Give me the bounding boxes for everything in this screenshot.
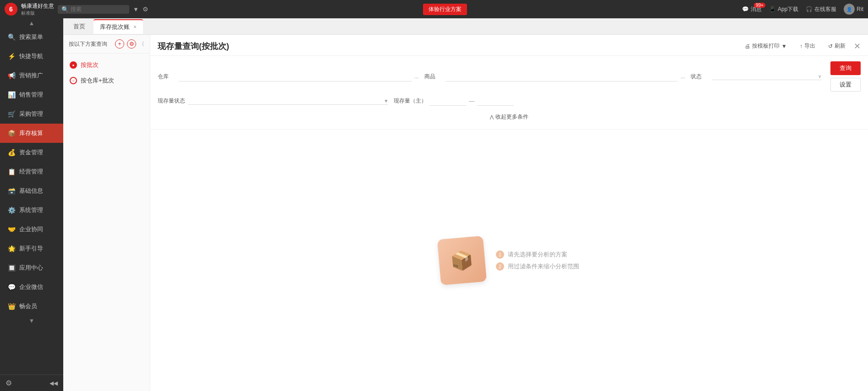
sidebar-scroll-down[interactable]: ▼: [0, 316, 63, 325]
avatar: 👤: [844, 4, 855, 15]
system-icon: ⚙️: [7, 206, 16, 214]
content-area: 首页库存批次账× 按以下方案查询 + ⚙ 《 ● 按批次: [63, 18, 868, 391]
sidebar-collapse-btn[interactable]: ◀◀: [49, 380, 58, 386]
topbar-dropdown-icon[interactable]: ▼: [133, 6, 139, 13]
print-btn[interactable]: 🖨 按模板打印 ▼: [740, 40, 791, 52]
sidebar-item-label: 系统管理: [19, 206, 43, 214]
panel-gear-btn[interactable]: ⚙: [127, 39, 136, 49]
messages-badge: 99+: [754, 3, 765, 8]
sidebar: ▲ 🔍 搜索菜单 ⚡ 快捷导航 📢 营销推广 📊 销售管理 🛒 采购管理 📦 库…: [0, 18, 63, 391]
topbar: 6 畅康通好生意 标准版 🔍 ▼ ⚙ 体验行业方案 💬 消息 99+ 📱 App…: [0, 0, 868, 18]
warehouse-label: 仓库: [158, 73, 176, 81]
sidebar-item-label: 快捷导航: [19, 52, 43, 60]
inventory-status-dropdown[interactable]: ▼: [188, 98, 388, 105]
page-header-actions: 🖨 按模板打印 ▼ ↑ 导出 ↺ 刷新 ✕: [740, 40, 861, 52]
collapse-up-icon: ⋀: [490, 114, 494, 119]
sidebar-item-label: 资金管理: [19, 148, 43, 157]
sidebar-item-sales[interactable]: 📊 销售管理: [0, 85, 63, 104]
sidebar-item-basics[interactable]: 🗃️ 基础信息: [0, 181, 63, 201]
topbar-search-input[interactable]: [71, 6, 126, 12]
status-dropdown[interactable]: ∨: [712, 73, 821, 80]
sidebar-settings-icon[interactable]: ⚙: [5, 379, 12, 387]
print-dropdown-icon: ▼: [781, 43, 787, 49]
wechat-icon: 💬: [7, 283, 16, 291]
filter-settings-btn[interactable]: 设置: [830, 78, 861, 92]
member-icon: 👑: [7, 302, 16, 310]
topbar-search-box[interactable]: 🔍: [58, 5, 129, 14]
sidebar-item-label: 畅会员: [19, 302, 37, 310]
tip-item-2: 2 用过滤条件来缩小分析范围: [496, 262, 579, 271]
close-right-panel-btn[interactable]: ✕: [854, 42, 861, 50]
warehouse-batch-icon: ○: [70, 77, 77, 84]
sidebar-item-operations[interactable]: 📋 经营管理: [0, 162, 63, 181]
basics-icon: 🗃️: [7, 187, 16, 195]
tab-label-home: 首页: [73, 22, 85, 31]
tab-batch-inventory[interactable]: 库存批次账×: [93, 19, 143, 34]
sidebar-scroll-up[interactable]: ▲: [0, 18, 63, 27]
quantity-to-input[interactable]: [477, 96, 514, 106]
sidebar-item-purchase[interactable]: 🛒 采购管理: [0, 104, 63, 124]
tab-label-batch-inventory: 库存批次账: [100, 23, 130, 31]
empty-illustration: 📦: [437, 235, 487, 285]
sidebar-item-system[interactable]: ⚙️ 系统管理: [0, 201, 63, 220]
sidebar-item-quick-nav[interactable]: ⚡ 快捷导航: [0, 47, 63, 66]
warehouse-input[interactable]: [179, 72, 412, 81]
sidebar-item-label: 销售管理: [19, 91, 43, 99]
product-input[interactable]: [445, 72, 678, 81]
sidebar-item-enterprise[interactable]: 🤝 企业协同: [0, 220, 63, 239]
online-service-item[interactable]: 🎧 在线客服: [806, 5, 836, 13]
app-download-item[interactable]: 📱 App下载: [769, 5, 798, 13]
export-btn[interactable]: ↑ 导出: [795, 40, 820, 52]
app-name: 畅康通好生意: [21, 2, 54, 10]
sidebar-item-marketing[interactable]: 📢 营销推广: [0, 66, 63, 85]
quick-nav-icon: ⚡: [7, 52, 16, 60]
tab-home[interactable]: 首页: [67, 19, 92, 34]
message-icon: 💬: [742, 6, 749, 12]
sidebar-item-inventory[interactable]: 📦 库存核算: [0, 124, 63, 143]
tab-close-batch-inventory[interactable]: ×: [133, 24, 137, 30]
enterprise-icon: 🤝: [7, 225, 16, 234]
tip-num-1: 1: [496, 250, 504, 259]
finance-icon: 💰: [7, 148, 16, 157]
page-content: 按以下方案查询 + ⚙ 《 ● 按批次 ○ 按仓库+批次: [63, 35, 868, 391]
quantity-from-input[interactable]: [429, 96, 466, 106]
sidebar-item-search[interactable]: 🔍 搜索菜单: [0, 27, 63, 47]
topbar-settings-icon[interactable]: ⚙: [143, 5, 148, 13]
tip-item-1: 1 请先选择要分析的方案: [496, 250, 579, 259]
quantity-label: 现存量（主）: [394, 97, 427, 105]
empty-state: 📦 1 请先选择要分析的方案 2 用过滤条件来缩小分析范围: [150, 130, 868, 391]
app-download-icon: 📱: [769, 6, 776, 12]
panel-collapse-btn[interactable]: 《: [139, 40, 144, 48]
sidebar-item-apps[interactable]: 🔲 应用中心: [0, 258, 63, 277]
apps-icon: 🔲: [7, 264, 16, 272]
print-icon: 🖨: [745, 43, 750, 49]
export-icon: ↑: [800, 43, 802, 49]
sidebar-item-finance[interactable]: 💰 资金管理: [0, 143, 63, 162]
refresh-btn[interactable]: ↺ 刷新: [824, 40, 850, 52]
tip-text-1: 请先选择要分析的方案: [508, 250, 567, 259]
purchase-icon: 🛒: [7, 110, 16, 118]
main-layout: ▲ 🔍 搜索菜单 ⚡ 快捷导航 📢 营销推广 📊 销售管理 🛒 采购管理 📦 库…: [0, 18, 868, 391]
page-title: 现存量查询(按批次): [158, 41, 229, 52]
panel-item-warehouse-batch[interactable]: ○ 按仓库+批次: [63, 73, 150, 88]
sales-icon: 📊: [7, 91, 16, 99]
messages-item[interactable]: 💬 消息 99+: [742, 5, 762, 13]
sidebar-item-member[interactable]: 👑 畅会员: [0, 297, 63, 316]
query-btn[interactable]: 查询: [830, 61, 861, 75]
headset-icon: 🎧: [806, 6, 813, 12]
operations-icon: 📋: [7, 168, 16, 176]
experience-btn[interactable]: 体验行业方案: [423, 4, 467, 15]
warehouse-more[interactable]: ...: [414, 73, 419, 80]
topbar-left: 6 畅康通好生意 标准版 🔍 ▼ ⚙: [5, 2, 148, 16]
topbar-center: 体验行业方案: [423, 4, 467, 15]
status-label: 状态: [691, 73, 709, 81]
user-item[interactable]: 👤 Rit: [844, 4, 863, 15]
panel-add-btn[interactable]: +: [115, 39, 124, 49]
app-version: 标准版: [21, 10, 54, 16]
sidebar-item-newbie[interactable]: 🌟 新手引导: [0, 239, 63, 258]
panel-item-batch[interactable]: ● 按批次: [63, 57, 150, 73]
product-more[interactable]: ...: [681, 73, 685, 80]
collapse-more-btn[interactable]: ⋀ 收起更多条件: [158, 110, 861, 124]
filter-group-product: 商品 ...: [424, 72, 686, 81]
sidebar-item-wechat[interactable]: 💬 企业微信: [0, 277, 63, 297]
